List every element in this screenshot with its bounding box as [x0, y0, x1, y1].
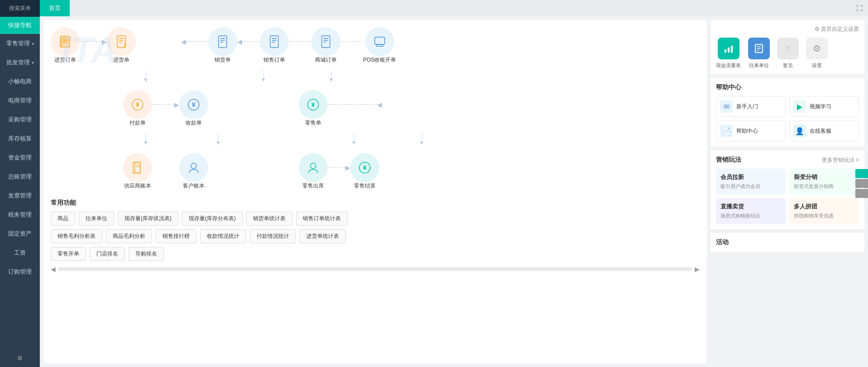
sidebar-item-tax[interactable]: 税务管理: [0, 205, 40, 224]
tab-home[interactable]: 首页: [40, 0, 70, 16]
marketing-member-title: 会员拉新: [720, 173, 781, 181]
sidebar-item-order-mgmt[interactable]: 订购管理: [0, 262, 40, 281]
sidebar-item-finance[interactable]: 资金管理: [0, 148, 40, 167]
qa-empty[interactable]: 暂 暂无: [777, 38, 799, 69]
marketing-live-desc: 场景式购物新玩法: [720, 212, 781, 219]
svg-point-33: [191, 163, 196, 169]
func-btn-purchase-stat[interactable]: 进货单统计表: [300, 229, 346, 243]
func-btn-product-profit[interactable]: 商品毛利分析: [106, 229, 152, 243]
sidebar-search[interactable]: 搜索菜单: [0, 0, 40, 17]
activity-section: 活动: [711, 233, 864, 252]
marketing-title: 营销玩法: [716, 156, 741, 164]
qa-contacts[interactable]: 往来单位: [748, 38, 770, 69]
svg-rect-5: [117, 36, 125, 48]
help-center-icon: 📄: [720, 125, 733, 137]
flow-node-customer-book[interactable]: 客户账本: [179, 153, 208, 190]
func-grid-3: 零售开单 门店排名 导购排名: [51, 247, 700, 261]
flow-node-receipt[interactable]: ¥ 收款单: [179, 90, 208, 127]
side-float-desktop[interactable]: 桌面快捷: [855, 189, 868, 198]
sidebar-item-assets[interactable]: 固定资产: [0, 224, 40, 243]
left-panel: iTA 进货订单 ▶: [43, 20, 707, 363]
flow-node-purchase[interactable]: 进货单: [107, 27, 136, 64]
content-area: iTA 进货订单 ▶: [40, 16, 868, 367]
help-service[interactable]: 👤 在线客服: [789, 121, 859, 141]
pos-label: POS收银开单: [363, 56, 396, 64]
chevron-down-icon: ▾: [32, 41, 34, 46]
main-area: 首页 ⛶ iTA 进货订单: [40, 0, 868, 367]
side-float-service[interactable]: 客服热线: [855, 169, 868, 178]
sidebar-item-ledger[interactable]: 总账管理: [0, 167, 40, 186]
sidebar-item-retail[interactable]: 零售管理 ▾: [0, 34, 40, 53]
qa-settings[interactable]: ⚙ 首页自定义设置: [716, 25, 859, 33]
flow-node-retail-settle[interactable]: ¥ 零售结算: [350, 153, 379, 190]
flow-node-sales[interactable]: 销货单: [208, 27, 237, 64]
scroll-left-arrow[interactable]: ◀: [51, 266, 56, 273]
flow-node-mall-order[interactable]: 商城订单: [311, 27, 340, 64]
marketing-member[interactable]: 会员拉新 吸引用户成为会员: [716, 169, 786, 194]
settings-button[interactable]: ⚙: [0, 349, 40, 367]
purchase-order-icon: [51, 27, 80, 56]
help-center[interactable]: 📄 帮助中心: [716, 121, 786, 141]
func-btn-product[interactable]: 商品: [51, 212, 75, 226]
scroll-track[interactable]: [58, 267, 692, 271]
fullscreen-icon[interactable]: ⛶: [856, 5, 863, 12]
svg-rect-38: [728, 48, 730, 53]
svg-rect-39: [731, 46, 733, 53]
cashflow-icon: [718, 38, 739, 59]
svg-rect-21: [375, 37, 385, 44]
func-btn-contacts[interactable]: 往来单位: [79, 212, 114, 226]
help-title: 帮助中心: [716, 83, 859, 92]
func-btn-retail-order[interactable]: 零售开单: [51, 247, 86, 261]
sidebar-item-wholesale[interactable]: 批发管理 ▾: [0, 53, 40, 72]
svg-rect-29: [133, 162, 140, 173]
sidebar-item-inventory[interactable]: 库存核算: [0, 129, 40, 148]
func-btn-sales-stat[interactable]: 销货单统计表: [246, 212, 292, 226]
marketing-member-desc: 吸引用户成为会员: [720, 183, 781, 190]
sidebar-item-purchase[interactable]: 采购管理: [0, 110, 40, 129]
func-btn-sales-order-stat[interactable]: 销售订单统计表: [296, 212, 348, 226]
receipt-icon: ¥: [179, 90, 208, 119]
func-btn-store-rank[interactable]: 门店排名: [90, 247, 125, 261]
sidebar-item-invoice[interactable]: 发票管理: [0, 186, 40, 205]
flow-node-payment[interactable]: ¥ 付款单: [123, 90, 152, 127]
help-video[interactable]: ▶ 视频学习: [789, 96, 859, 117]
svg-rect-37: [725, 49, 726, 53]
flow-node-purchase-order[interactable]: 进货订单: [51, 27, 80, 64]
help-newcomer[interactable]: ✉ 新手入门: [716, 96, 786, 117]
tab-bar: 首页 ⛶: [40, 0, 868, 16]
flow-node-retail[interactable]: ¥ 零售单: [299, 90, 328, 127]
svg-point-34: [310, 163, 316, 169]
sidebar-item-ecom2[interactable]: 电商管理: [0, 91, 40, 110]
mall-order-label: 商城订单: [315, 56, 337, 64]
func-btn-payment-stat[interactable]: 付款情况统计: [250, 229, 296, 243]
marketing-fission[interactable]: 裂变分销 裂变式发展分销商: [789, 169, 859, 194]
qa-settings-icon[interactable]: ⚙ 设置: [806, 38, 828, 69]
marketing-more[interactable]: 更多营销玩法 >: [822, 156, 859, 164]
func-grid-2: 销售毛利分析表 商品毛利分析 销售排行榜 收款情况统计 付款情况统计 进货单统计…: [51, 229, 700, 243]
side-float-community[interactable]: 服务社区: [855, 179, 868, 188]
quick-access: ⚙ 首页自定义设置 现金流量表 往来单位: [711, 20, 864, 74]
sidebar-nav[interactable]: 快捷导航: [0, 17, 40, 34]
scroll-right-arrow[interactable]: ▶: [695, 266, 700, 273]
flow-node-retail-out[interactable]: 零售出库: [299, 153, 328, 190]
func-btn-inventory1[interactable]: 现存量(库存状况表): [118, 212, 178, 226]
newcomer-icon: ✉: [720, 100, 733, 113]
newcomer-label: 新手入门: [736, 103, 758, 111]
func-btn-receipt-stat[interactable]: 收款情况统计: [200, 229, 246, 243]
flow-node-supplier-book[interactable]: 供应商账本: [123, 153, 152, 190]
sidebar-item-salary[interactable]: 工资: [0, 243, 40, 262]
flow-node-pos[interactable]: POS收银开单: [363, 27, 396, 64]
sidebar-item-ecom1[interactable]: 小畅电商: [0, 72, 40, 91]
func-btn-sales-profit[interactable]: 销售毛利分析表: [51, 229, 102, 243]
marketing-group[interactable]: 多人拼团 拼团购物享受优惠: [789, 198, 859, 224]
func-btn-guide-rank[interactable]: 导购排名: [129, 247, 164, 261]
qa-cashflow[interactable]: 现金流量表: [716, 38, 741, 69]
func-btn-inventory2[interactable]: 现存量(库存分布表): [182, 212, 243, 226]
service-icon: 👤: [793, 125, 806, 137]
right-panel: ⚙ 首页自定义设置 现金流量表 往来单位: [711, 20, 864, 363]
func-btn-sales-rank[interactable]: 销售排行榜: [156, 229, 196, 243]
marketing-live[interactable]: 直播卖货 场景式购物新玩法: [716, 198, 786, 224]
sales-order-label: 销售订单: [263, 56, 285, 64]
flow-node-sales-order[interactable]: 销售订单: [260, 27, 289, 64]
supplier-book-label: 供应商账本: [124, 182, 151, 190]
